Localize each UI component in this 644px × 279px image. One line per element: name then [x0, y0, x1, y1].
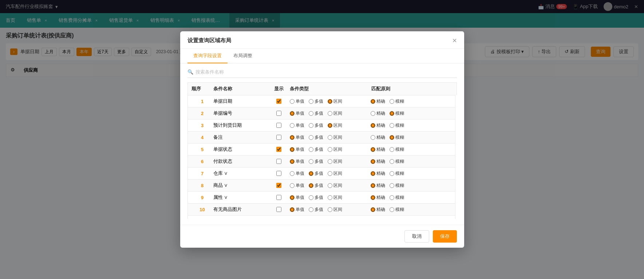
radio-rule-input[interactable] — [371, 147, 375, 152]
radio-type-label: 多值 — [315, 207, 323, 213]
radio-rule-input[interactable] — [371, 171, 375, 176]
radio-type-input[interactable] — [290, 99, 295, 104]
radio-rule-input[interactable] — [390, 183, 394, 188]
row-display-checkbox[interactable] — [276, 171, 281, 176]
save-button[interactable]: 保存 — [433, 230, 457, 243]
radio-type-input[interactable] — [290, 147, 295, 152]
radio-rule-input[interactable] — [371, 183, 375, 188]
radio-type-input[interactable] — [309, 147, 313, 152]
radio-type-input[interactable] — [309, 123, 313, 128]
radio-type-item: 多值 — [309, 146, 323, 153]
radio-rule-label: 模糊 — [395, 146, 404, 153]
radio-type-input[interactable] — [309, 207, 313, 212]
radio-rule-input[interactable] — [390, 207, 394, 212]
radio-type-input[interactable] — [290, 159, 295, 164]
radio-rule-item: 精确 — [371, 158, 385, 165]
radio-type-label: 区间 — [333, 158, 342, 165]
radio-rule-input[interactable] — [371, 123, 375, 128]
radio-type-input[interactable] — [309, 183, 313, 188]
radio-type-input[interactable] — [290, 111, 295, 116]
radio-rule-input[interactable] — [371, 159, 375, 164]
radio-rule-item: 模糊 — [390, 110, 404, 117]
row-display-checkbox[interactable] — [276, 135, 281, 140]
radio-type-item: 区间 — [328, 194, 342, 201]
radio-rule-label: 模糊 — [395, 182, 404, 189]
radio-rule-label: 模糊 — [395, 110, 404, 117]
radio-rule-label: 精确 — [376, 158, 385, 165]
row-type-group: 单值多值区间 — [290, 110, 371, 117]
radio-rule-item: 精确 — [371, 194, 385, 201]
radio-type-input[interactable] — [328, 171, 332, 176]
radio-rule-item: 模糊 — [390, 182, 404, 189]
dialog-close-button[interactable]: ✕ — [452, 37, 457, 44]
radio-type-input[interactable] — [290, 207, 295, 212]
radio-type-label: 单值 — [296, 219, 304, 219]
radio-rule-input[interactable] — [390, 159, 394, 164]
radio-type-input[interactable] — [328, 207, 332, 212]
radio-type-input[interactable] — [328, 147, 332, 152]
row-rule-group: 精确模糊 — [371, 158, 451, 165]
tab-query-fields[interactable]: 查询字段设置 — [187, 49, 228, 63]
radio-type-input[interactable] — [309, 195, 313, 200]
radio-type-input[interactable] — [328, 135, 332, 140]
row-display-checkbox[interactable] — [276, 183, 281, 188]
row-display-checkbox[interactable] — [276, 195, 281, 200]
radio-type-input[interactable] — [309, 159, 313, 164]
radio-rule-input[interactable] — [390, 111, 394, 116]
radio-type-item: 多值 — [309, 134, 323, 141]
row-display-checkbox[interactable] — [276, 207, 281, 212]
radio-rule-input[interactable] — [390, 99, 394, 104]
row-name: 单据编号 — [213, 110, 268, 117]
radio-type-input[interactable] — [309, 171, 313, 176]
radio-rule-input[interactable] — [390, 135, 394, 140]
radio-type-input[interactable] — [328, 99, 332, 104]
radio-type-input[interactable] — [290, 183, 295, 188]
radio-type-item: 单值 — [290, 98, 304, 105]
radio-rule-input[interactable] — [390, 147, 394, 152]
radio-type-input[interactable] — [328, 111, 332, 116]
radio-type-input[interactable] — [290, 195, 295, 200]
radio-type-input[interactable] — [290, 135, 295, 140]
radio-rule-input[interactable] — [390, 123, 394, 128]
radio-type-label: 单值 — [296, 98, 304, 105]
radio-rule-input[interactable] — [390, 195, 394, 200]
row-type-group: 单值多值区间 — [290, 194, 371, 201]
row-display-checkbox[interactable] — [276, 111, 281, 116]
radio-rule-input[interactable] — [390, 171, 394, 176]
radio-type-item: 多值 — [309, 182, 323, 189]
radio-rule-input[interactable] — [371, 99, 375, 104]
radio-type-item: 单值 — [290, 182, 304, 189]
row-rule-group: 精确模糊 — [371, 134, 451, 141]
row-display-checkbox[interactable] — [276, 123, 281, 128]
row-order: 2 — [191, 111, 213, 116]
radio-type-item: 单值 — [290, 207, 304, 213]
radio-type-input[interactable] — [328, 183, 332, 188]
row-display-checkbox[interactable] — [276, 147, 281, 152]
radio-type-input[interactable] — [309, 111, 313, 116]
radio-type-label: 多值 — [315, 122, 323, 129]
radio-type-input[interactable] — [328, 123, 332, 128]
radio-rule-input[interactable] — [371, 195, 375, 200]
radio-rule-input[interactable] — [371, 135, 375, 140]
row-name: 单据状态 — [213, 146, 268, 153]
row-display-checkbox[interactable] — [276, 99, 281, 104]
radio-type-input[interactable] — [328, 195, 332, 200]
radio-type-item: 区间 — [328, 146, 342, 153]
radio-type-item: 多值 — [309, 219, 323, 219]
row-rule-group: 精确模糊 — [371, 182, 451, 189]
radio-rule-input[interactable] — [371, 111, 375, 116]
tab-layout[interactable]: 布局调整 — [228, 49, 258, 63]
radio-rule-input[interactable] — [371, 207, 375, 212]
radio-type-label: 多值 — [315, 194, 323, 201]
radio-type-label: 多值 — [315, 146, 323, 153]
radio-type-input[interactable] — [290, 171, 295, 176]
radio-type-label: 区间 — [333, 207, 342, 213]
row-display-checkbox[interactable] — [276, 159, 281, 164]
radio-type-input[interactable] — [309, 135, 313, 140]
radio-type-input[interactable] — [328, 159, 332, 164]
radio-type-input[interactable] — [290, 123, 295, 128]
cancel-button[interactable]: 取消 — [404, 230, 429, 243]
radio-type-label: 区间 — [333, 122, 342, 129]
radio-type-input[interactable] — [309, 99, 313, 104]
search-input[interactable] — [195, 69, 457, 75]
